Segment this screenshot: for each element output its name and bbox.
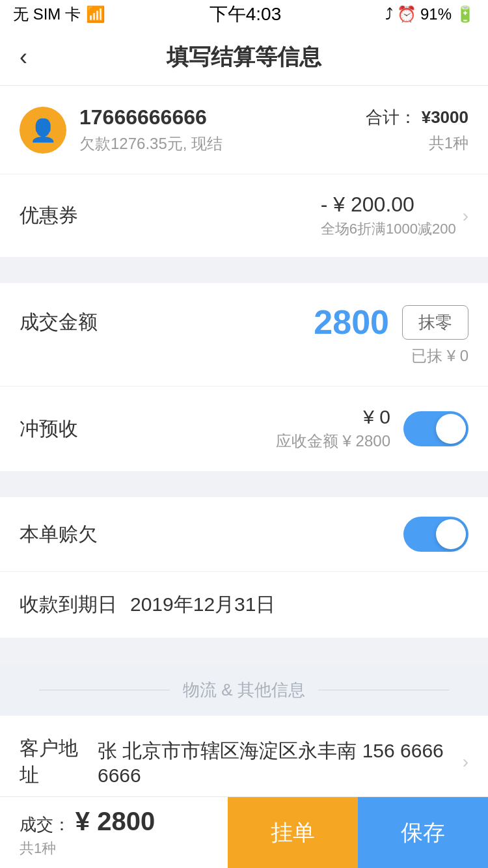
prereceive-right: ¥ 0 应收金额 ¥ 2800 — [276, 406, 468, 452]
section-divider-3 — [0, 651, 488, 664]
avatar-icon: 👤 — [29, 117, 57, 143]
coupon-desc: 全场6折满1000减200 — [321, 219, 456, 239]
bottom-summary: 成交： ¥ 2800 共1种 — [0, 807, 228, 858]
bottom-deal-amount: ¥ 2800 — [75, 807, 155, 835]
prereceive-section: 冲预收 ¥ 0 应收金额 ¥ 2800 — [0, 386, 488, 471]
coupon-label: 优惠券 — [20, 202, 78, 229]
wifi-icon: 📶 — [86, 5, 105, 23]
status-bar: 无 SIM 卡 📶 下午4:03 ⤴ ⏰ 91% 🔋 — [0, 0, 488, 29]
address-label: 客户地址 — [20, 735, 85, 789]
save-button[interactable]: 保存 — [358, 797, 488, 869]
prereceive-label: 冲预收 — [20, 416, 78, 442]
bottom-bar: 成交： ¥ 2800 共1种 挂单 保存 — [0, 796, 488, 868]
logistics-header-text: 物流 & 其他信息 — [170, 679, 318, 701]
amount-row: 成交金额 2800 抹零 — [20, 303, 468, 342]
duedate-value: 2019年12月31日 — [130, 591, 275, 618]
total-label: 合计： ¥3000 — [366, 106, 468, 129]
coupon-amount: - ¥ 200.00 — [321, 193, 456, 217]
logistics-header: 物流 & 其他信息 — [0, 664, 488, 716]
total-amount: ¥3000 — [422, 107, 468, 127]
deal-sub: 已抹 ¥ 0 — [20, 346, 468, 366]
prereceive-row: 冲预收 ¥ 0 应收金额 ¥ 2800 — [20, 406, 468, 452]
amount-section: 成交金额 2800 抹零 已抹 ¥ 0 — [0, 283, 488, 386]
nav-bar: ‹ 填写结算等信息 — [0, 29, 488, 86]
back-button[interactable]: ‹ — [20, 44, 27, 71]
battery-icon: 🔋 — [455, 5, 475, 23]
address-chevron-icon: › — [463, 752, 468, 772]
deal-value: 2800 — [314, 303, 389, 342]
alarm-icon: ⏰ — [397, 5, 416, 23]
customer-phone: 17666666666 — [79, 105, 223, 129]
customer-info: 17666666666 欠款1276.35元, 现结 — [79, 105, 223, 154]
prereceive-toggle[interactable] — [403, 411, 468, 446]
customer-left: 👤 17666666666 欠款1276.35元, 现结 — [20, 105, 223, 154]
customer-debt: 欠款1276.35元, 现结 — [79, 133, 223, 154]
debt-section: 本单赊欠 — [0, 497, 488, 571]
chevron-right-icon: › — [463, 206, 468, 226]
duedate-label: 收款到期日 — [20, 591, 117, 618]
debt-toggle[interactable] — [403, 517, 468, 552]
status-time: 下午4:03 — [210, 2, 282, 27]
amount-right: 2800 抹零 — [314, 303, 468, 342]
hold-button[interactable]: 挂单 — [228, 797, 358, 869]
status-right: ⤴ ⏰ 91% 🔋 — [385, 5, 475, 23]
section-divider-1 — [0, 270, 488, 283]
avatar: 👤 — [20, 107, 66, 154]
debt-label: 本单赊欠 — [20, 521, 98, 548]
coupon-info: - ¥ 200.00 全场6折满1000减200 — [321, 193, 456, 239]
address-section[interactable]: 客户地址 张 北京市市辖区海淀区永丰南 156 6666 6666 › — [0, 716, 488, 808]
prereceive-info: ¥ 0 应收金额 ¥ 2800 — [276, 406, 390, 452]
battery-percent: 91% — [420, 5, 452, 23]
location-icon: ⤴ — [385, 5, 393, 23]
total-count: 共1种 — [366, 133, 468, 154]
page-title: 填写结算等信息 — [167, 42, 321, 72]
round-button[interactable]: 抹零 — [402, 305, 468, 340]
prereceive-amount: ¥ 0 — [276, 406, 390, 428]
customer-right: 合计： ¥3000 共1种 — [366, 106, 468, 154]
coupon-row[interactable]: 优惠券 - ¥ 200.00 全场6折满1000减200 › — [0, 174, 488, 257]
customer-card: 👤 17666666666 欠款1276.35元, 现结 合计： ¥3000 共… — [0, 86, 488, 257]
status-left: 无 SIM 卡 📶 — [13, 4, 105, 25]
duedate-row: 收款到期日 2019年12月31日 — [20, 591, 468, 618]
bottom-deal-count: 共1种 — [20, 839, 208, 858]
deal-label: 成交金额 — [20, 309, 98, 336]
section-divider-2 — [0, 484, 488, 497]
address-value: 张 北京市市辖区海淀区永丰南 156 6666 6666 — [85, 738, 463, 787]
customer-row: 👤 17666666666 欠款1276.35元, 现结 合计： ¥3000 共… — [0, 86, 488, 174]
sim-label: 无 SIM 卡 — [13, 4, 81, 25]
bottom-deal-row: 成交： ¥ 2800 — [20, 807, 208, 836]
coupon-right: - ¥ 200.00 全场6折满1000减200 › — [321, 193, 468, 239]
duedate-section: 收款到期日 2019年12月31日 — [0, 571, 488, 638]
bottom-deal-label: 成交： — [20, 815, 70, 834]
prereceive-sub: 应收金额 ¥ 2800 — [276, 431, 390, 452]
content: 👤 17666666666 欠款1276.35元, 现结 合计： ¥3000 共… — [0, 86, 488, 868]
